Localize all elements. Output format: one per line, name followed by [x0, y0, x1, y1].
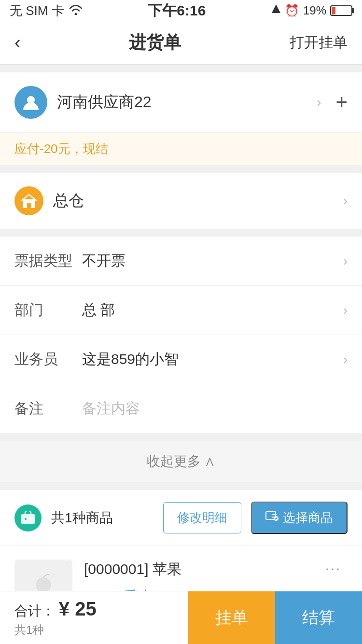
remark-row[interactable]: 备注 备注内容 — [0, 384, 362, 433]
product-count-label: 共1种商品 — [51, 509, 163, 527]
page-title: 进货单 — [129, 31, 181, 55]
svg-rect-5 — [28, 518, 33, 519]
add-button[interactable]: + — [335, 91, 348, 114]
form-section: 票据类型 不开票 › 部门 总 部 › 业务员 这是859的小智 › 备注 备注… — [0, 237, 362, 433]
svg-point-4 — [25, 518, 27, 520]
battery-percent: 19% — [303, 4, 326, 17]
bottom-bar: 合计： ¥ 25 共1种 挂单 结算 — [0, 591, 362, 644]
status-left: 无 SIM 卡 — [10, 2, 83, 19]
remark-input[interactable]: 备注内容 — [82, 399, 348, 419]
battery-icon — [330, 5, 352, 16]
warehouse-row[interactable]: 总仓 › — [0, 173, 362, 229]
remark-label: 备注 — [14, 399, 82, 419]
department-label: 部门 — [14, 300, 82, 320]
product-name: [0000001] 苹果 — [84, 560, 307, 579]
supplier-chevron: › — [317, 95, 321, 110]
status-right: ⏰ 19% — [271, 4, 352, 17]
supplier-name: 河南供应商22 — [57, 92, 317, 113]
department-value: 总 部 — [82, 300, 343, 320]
invoice-type-row[interactable]: 票据类型 不开票 › — [0, 237, 362, 286]
invoice-type-chevron: › — [343, 253, 348, 269]
total-count: 共1种 — [14, 622, 174, 638]
collapse-button[interactable]: 收起更多 ∧ — [0, 441, 362, 482]
open-pending-button[interactable]: 打开挂单 — [290, 33, 348, 53]
select-product-label: 选择商品 — [283, 509, 333, 526]
status-bar: 无 SIM 卡 下午6:16 ⏰ 19% — [0, 0, 362, 21]
product-code: [0000001] — [84, 561, 148, 577]
edit-detail-button[interactable]: 修改明细 — [163, 502, 241, 533]
staff-value: 这是859的小智 — [82, 350, 343, 369]
staff-chevron: › — [343, 352, 348, 367]
svg-rect-3 — [21, 514, 35, 524]
checkout-button[interactable]: 结算 — [275, 591, 362, 644]
department-row[interactable]: 部门 总 部 › — [0, 286, 362, 335]
select-product-icon — [265, 510, 279, 525]
total-section: 合计： ¥ 25 共1种 — [0, 598, 188, 638]
supplier-row[interactable]: 河南供应商22 › + — [0, 72, 362, 133]
staff-label: 业务员 — [14, 350, 82, 369]
supplier-notice: 应付-20元，现结 — [0, 133, 362, 165]
svg-rect-2 — [27, 203, 31, 208]
location-icon — [271, 4, 281, 17]
product-header: 共1种商品 修改明细 选择商品 — [0, 490, 362, 546]
staff-row[interactable]: 业务员 这是859的小智 › — [0, 335, 362, 384]
total-row: 合计： ¥ 25 — [14, 598, 174, 620]
status-time: 下午6:16 — [148, 1, 206, 21]
warehouse-section: 总仓 › — [0, 173, 362, 229]
hang-button[interactable]: 挂单 — [188, 591, 275, 644]
supplier-section: 河南供应商22 › + 应付-20元，现结 — [0, 72, 362, 165]
warehouse-chevron: › — [343, 193, 348, 209]
invoice-type-label: 票据类型 — [14, 251, 82, 271]
invoice-type-value: 不开票 — [82, 251, 343, 271]
product-more-button[interactable]: ··· — [319, 560, 348, 577]
wifi-icon — [69, 3, 83, 18]
warehouse-name: 总仓 — [53, 190, 343, 211]
carrier-label: 无 SIM 卡 — [10, 2, 64, 19]
select-product-button[interactable]: 选择商品 — [251, 502, 348, 534]
total-label: 合计： — [14, 603, 55, 618]
product-title: 苹果 — [153, 561, 181, 577]
back-button[interactable]: ‹ — [14, 32, 21, 53]
total-amount: ¥ 25 — [59, 598, 97, 619]
nav-bar: ‹ 进货单 打开挂单 — [0, 21, 362, 65]
department-chevron: › — [343, 303, 348, 318]
alarm-icon: ⏰ — [285, 4, 299, 17]
warehouse-icon — [14, 186, 43, 215]
product-icon — [14, 504, 42, 532]
supplier-avatar — [14, 86, 47, 119]
main-content: 河南供应商22 › + 应付-20元，现结 总仓 › 票据类型 不开票 › — [0, 72, 362, 644]
